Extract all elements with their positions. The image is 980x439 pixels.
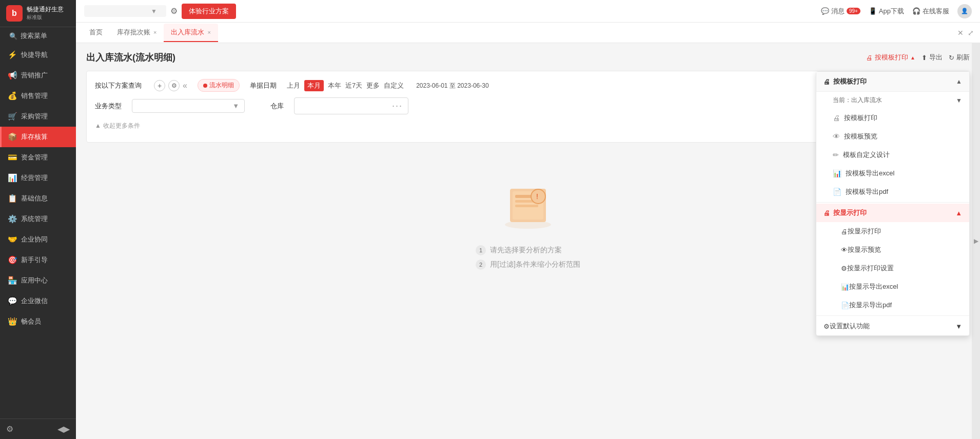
sidebar-item-label: 企业协同 — [21, 235, 48, 244]
message-icon: 💬 — [821, 7, 829, 15]
dropdown-item-display-print-settings[interactable]: ⚙ 按显示打印设置 — [816, 259, 969, 277]
date-range-text: 2023-06-01 至 2023-06-30 — [416, 82, 488, 90]
page-inner: 出入库流水(流水明细) 🖨 按模板打印 ▲ ⬆ 导出 ↻ — [76, 43, 980, 439]
tab-batch-close[interactable]: × — [153, 29, 156, 35]
sidebar-item-system[interactable]: ⚙️ 系统管理 — [0, 209, 76, 229]
collapse-sidebar-icon[interactable]: ◀▶ — [57, 424, 70, 434]
dropdown-item-display-print[interactable]: 🖨 按显示打印 — [816, 222, 969, 241]
headset-icon: 🎧 — [912, 7, 920, 15]
quicknav-icon: ⚡ — [8, 50, 17, 59]
header-left: ▼ ⚙ 体验行业方案 — [84, 4, 236, 19]
collapse-more-button[interactable]: ▲ 收起更多条件 — [95, 117, 140, 134]
marketing-icon: 📢 — [8, 71, 17, 80]
sidebar-item-inventory[interactable]: 📦 库存核算 — [0, 127, 76, 147]
filter-tag-item[interactable]: 流水明细 — [198, 79, 240, 92]
filter-add-button[interactable]: + — [154, 80, 165, 91]
template-print-dropdown: 🖨 按模板打印 ▲ 当前：出入库流水 ▼ 🖨 — [816, 71, 970, 336]
filter-tag-label: 流水明细 — [209, 81, 234, 90]
dropdown-item-display-pdf[interactable]: 📄 按显示导出pdf — [816, 296, 969, 314]
export-action[interactable]: ⬆ 导出 — [922, 53, 943, 62]
sidebar-item-label: 库存核算 — [21, 132, 48, 142]
app-download-action[interactable]: 📱 App下载 — [869, 7, 904, 16]
dropdown-header: 🖨 按模板打印 ▲ — [816, 72, 969, 92]
dropdown-item-label: 按模板预览 — [844, 132, 877, 141]
dropdown-item-display-excel[interactable]: 📊 按显示导出excel — [816, 277, 969, 296]
date-preset-more[interactable]: 更多 — [366, 81, 380, 90]
filter-collapse-left-button[interactable]: « — [183, 81, 187, 90]
template-print-action[interactable]: 🖨 按模板打印 ▲ — [866, 53, 915, 62]
right-panel-handle[interactable]: ▶ — [972, 43, 980, 439]
display-section-label: 按显示打印 — [833, 208, 867, 217]
sidebar: b 畅捷通好生意 标准版 🔍 搜索菜单 ⚡ 快捷导航 📢 营销推广 💰 销售管理 — [0, 0, 76, 439]
header-gear-icon[interactable]: ⚙ — [170, 6, 178, 16]
tab-maximize-icon[interactable]: ⤢ — [968, 29, 974, 37]
refresh-action[interactable]: ↻ 刷新 — [949, 53, 970, 62]
sidebar-item-marketing[interactable]: 📢 营销推广 — [0, 65, 76, 86]
business-type-dropdown[interactable]: ▼ — [132, 99, 245, 113]
sidebar-search[interactable]: 🔍 搜索菜单 — [0, 27, 76, 45]
date-preset-7days[interactable]: 近7天 — [345, 81, 362, 90]
dropdown-print-icon: 🖨 — [824, 78, 830, 86]
dropdown-item-label: 模板自定义设计 — [843, 150, 890, 159]
dropdown-collapse-icon[interactable]: ▲ — [956, 78, 962, 85]
industry-solution-button[interactable]: 体验行业方案 — [182, 4, 236, 19]
dropdown-item-template-pdf[interactable]: 📄 按模板导出pdf — [816, 183, 969, 201]
sidebar-item-appstore[interactable]: 🏪 应用中心 — [0, 270, 76, 291]
sidebar-item-operations[interactable]: 📊 经营管理 — [0, 168, 76, 188]
app-logo-icon: b — [6, 5, 23, 22]
sidebar-item-member[interactable]: 👑 畅会员 — [0, 311, 76, 332]
tabs-bar: 首页 库存批次账 × 出入库流水 × ✕ ⤢ — [76, 23, 980, 43]
sidebar-item-quicknav[interactable]: ⚡ 快捷导航 — [0, 45, 76, 65]
dropdown-item-template-excel[interactable]: 📊 按模板导出excel — [816, 164, 969, 183]
date-preset-last-month[interactable]: 上月 — [287, 81, 300, 90]
warehouse-more-icon[interactable]: ··· — [392, 101, 403, 111]
sidebar-item-label: 畅会员 — [21, 317, 41, 326]
date-preset-this-year[interactable]: 本年 — [328, 81, 341, 90]
dropdown-display-section[interactable]: 🖨 按显示打印 ▲ — [816, 204, 969, 222]
sidebar-item-sales[interactable]: 💰 销售管理 — [0, 86, 76, 106]
tab-batch[interactable]: 库存批次账 × — [110, 24, 164, 42]
dropdown-sub-label: 按显示导出excel — [849, 282, 898, 291]
sidebar-item-purchase[interactable]: 🛒 采购管理 — [0, 106, 76, 127]
item-print-icon: 🖨 — [833, 114, 840, 122]
header-search-box[interactable]: ▼ — [84, 5, 166, 17]
purchase-icon: 🛒 — [8, 112, 17, 121]
dropdown-current: 当前：出入库流水 ▼ — [816, 92, 969, 109]
date-preset-custom[interactable]: 自定义 — [384, 81, 404, 90]
message-action[interactable]: 💬 消息 99+ — [821, 7, 860, 16]
dropdown-item-display-preview[interactable]: 👁 按显示预览 — [816, 241, 969, 259]
tab-flow-close[interactable]: × — [207, 29, 210, 35]
footer-settings-icon: ⚙ — [824, 323, 830, 330]
page-actions: 🖨 按模板打印 ▲ ⬆ 导出 ↻ 刷新 — [866, 53, 970, 62]
online-service-action[interactable]: 🎧 在线客服 — [912, 7, 949, 16]
template-print-chevron[interactable]: ▲ — [910, 55, 915, 61]
sidebar-item-label: 经营管理 — [21, 173, 48, 183]
sidebar-item-guide[interactable]: 🎯 新手引导 — [0, 250, 76, 270]
main-area: ▼ ⚙ 体验行业方案 💬 消息 99+ 📱 App下载 🎧 在线客服 — [76, 0, 980, 439]
settings-footer-icon[interactable]: ⚙ — [6, 424, 13, 434]
search-dropdown-icon[interactable]: ▼ — [151, 8, 157, 15]
dropdown-title-text: 按模板打印 — [833, 77, 867, 86]
dropdown-item-template-custom[interactable]: ✏ 模板自定义设计 — [816, 146, 969, 164]
svg-point-6 — [531, 189, 545, 204]
header-search-input[interactable] — [89, 7, 151, 15]
sidebar-item-collab[interactable]: 🤝 企业协同 — [0, 229, 76, 250]
step-2-number: 2 — [476, 260, 486, 270]
tab-flow[interactable]: 出入库流水 × — [164, 24, 218, 42]
user-avatar[interactable]: 👤 — [957, 4, 972, 18]
tab-home[interactable]: 首页 — [82, 24, 110, 42]
date-preset-this-month[interactable]: 本月 — [304, 80, 324, 91]
dropdown-item-template-print[interactable]: 🖨 按模板打印 — [816, 109, 969, 127]
wechat-icon: 💬 — [8, 296, 17, 306]
sidebar-logo: b 畅捷通好生意 标准版 — [0, 0, 76, 27]
warehouse-dropdown[interactable]: ··· — [294, 97, 408, 114]
dropdown-item-template-preview[interactable]: 👁 按模板预览 — [816, 127, 969, 146]
sidebar-item-basics[interactable]: 📋 基础信息 — [0, 188, 76, 209]
filter-settings-button[interactable]: ⚙ — [168, 80, 180, 91]
online-service-label: 在线客服 — [923, 7, 949, 16]
tab-restore-icon[interactable]: ✕ — [957, 29, 964, 37]
dropdown-footer-settings[interactable]: ⚙ 设置默认功能 ▼ — [816, 317, 969, 335]
sidebar-item-finance[interactable]: 💳 资金管理 — [0, 147, 76, 168]
sidebar-item-wechat[interactable]: 💬 企业微信 — [0, 291, 76, 311]
display-excel-icon: 📊 — [841, 283, 849, 291]
